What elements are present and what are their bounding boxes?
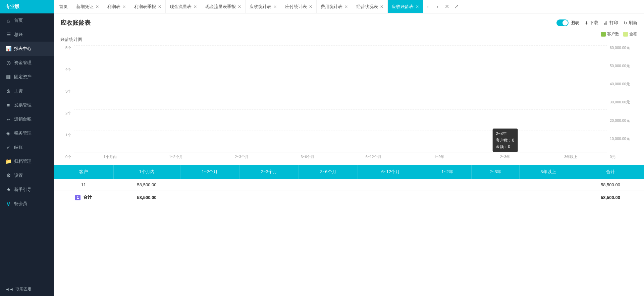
tab-fullscreen-btn[interactable]: ⤢ (451, 2, 461, 11)
sidebar-item-archive[interactable]: 📁 归档管理 (0, 154, 54, 168)
sidebar-item-report-label: 报表中心 (14, 46, 32, 52)
cell-total-month2 (180, 191, 239, 204)
tab-ap-stats[interactable]: 应付统计表 ✕ (281, 0, 317, 13)
tab-home[interactable]: 首页 (55, 0, 72, 13)
sidebar-item-settlement[interactable]: ✓ 结账 (0, 140, 54, 154)
membership-icon: V (5, 201, 11, 207)
legend-customer-count: 客户数 (601, 31, 619, 37)
x-label-4: 3~6个月 (275, 152, 340, 159)
tab-ar-aging-close[interactable]: ✕ (416, 4, 419, 9)
sidebar-item-guide[interactable]: ★ 新手引导 (0, 183, 54, 197)
table-row: 11 58,500.00 58,500.00 (54, 179, 644, 191)
tab-expense-stats[interactable]: 费用统计表 ✕ (317, 0, 352, 13)
sidebar-item-fund-label: 资金管理 (14, 60, 32, 66)
download-button[interactable]: ⬇ 下载 (585, 20, 598, 26)
refresh-button[interactable]: ↻ 刷新 (624, 20, 637, 26)
col-header-month6: 1~2年 (423, 165, 471, 179)
tab-profit[interactable]: 利润表 ✕ (103, 0, 130, 13)
tab-profit-quarterly-close[interactable]: ✕ (158, 4, 161, 9)
sidebar-item-settings[interactable]: ⚙ 设置 (0, 168, 54, 183)
x-axis: 1个月内 1~2个月 2~3个月 3~6个月 6~12个月 1~2年 2~3年 … (74, 152, 607, 159)
tax-icon: ◈ (5, 130, 11, 136)
app-logo: 专业版 (0, 0, 54, 13)
sidebar-item-tax[interactable]: ◈ 税务管理 (0, 126, 54, 140)
col-header-month8: 3年以上 (520, 165, 577, 179)
tab-new-voucher[interactable]: 新增凭证 ✕ (72, 0, 103, 13)
tab-prev-btn[interactable]: ‹ (423, 2, 433, 11)
tab-bar: 首页 新增凭证 ✕ 利润表 ✕ 利润表季报 ✕ 现金流量表 ✕ 现金流量表季报 … (54, 0, 644, 13)
tab-ap-stats-close[interactable]: ✕ (309, 4, 312, 9)
chart-toggle-wrap: 图表 (556, 19, 579, 26)
tab-next-btn[interactable]: › (433, 2, 442, 11)
tab-close-all-btn[interactable]: ✕ (442, 2, 451, 11)
print-button[interactable]: 🖨 打印 (604, 20, 618, 26)
tab-ar-stats-close[interactable]: ✕ (273, 4, 277, 9)
cell-month2 (180, 179, 239, 191)
assets-icon: ▦ (5, 74, 11, 80)
tab-cashflow[interactable]: 现金流量表 ✕ (166, 0, 201, 13)
sidebar-item-assets-label: 固定资产 (14, 74, 32, 80)
tab-profit-label: 利润表 (107, 4, 120, 10)
sidebar-item-fund-management[interactable]: ◎ 资金管理 (0, 56, 54, 70)
y-axis-left: 5个 4个 3个 2个 1个 0个 (60, 45, 74, 159)
sidebar-item-home-label: 首页 (14, 17, 23, 23)
sidebar-item-payroll[interactable]: $ 工资 (0, 84, 54, 98)
sidebar-item-fixed-assets[interactable]: ▦ 固定资产 (0, 70, 54, 84)
tab-profit-quarterly[interactable]: 利润表季报 ✕ (130, 0, 166, 13)
tab-ar-aging[interactable]: 应收账龄表 ✕ (388, 0, 423, 13)
tab-ar-stats[interactable]: 应收统计表 ✕ (246, 0, 281, 13)
tab-expense-stats-label: 费用统计表 (321, 4, 342, 10)
tab-ap-stats-label: 应付统计表 (285, 4, 307, 10)
cell-total-month3 (239, 191, 299, 204)
cell-total-total: 58,500.00 (577, 191, 644, 204)
tab-cashflow-quarterly[interactable]: 现金流量表季报 ✕ (201, 0, 246, 13)
col-header-month3: 2~3个月 (239, 165, 299, 179)
tab-cashflow-close[interactable]: ✕ (194, 4, 197, 9)
sidebar-item-purchase-sales[interactable]: ↔ 进销台账 (0, 112, 54, 126)
tab-profit-close[interactable]: ✕ (122, 4, 126, 9)
main-content: 首页 新增凭证 ✕ 利润表 ✕ 利润表季报 ✕ 现金流量表 ✕ 现金流量表季报 … (54, 0, 644, 296)
bars-group: 2~3年 客户数：0 金额：0 (74, 45, 607, 152)
cell-customer: 11 (54, 179, 113, 191)
chart-title: 账龄统计图 (60, 37, 637, 43)
sidebar: 专业版 ⌂ 首页 ☰ 总账 📊 报表中心 ◎ 资金管理 ▦ 固定资产 $ 工资 … (0, 0, 54, 296)
legend-amount-label: 金额 (629, 31, 637, 37)
download-icon: ⬇ (585, 20, 588, 26)
col-header-month2: 1~2个月 (180, 165, 239, 179)
chart-with-axes: 5个 4个 3个 2个 1个 0个 (60, 45, 637, 159)
chart-toggle[interactable] (556, 19, 569, 26)
tab-new-voucher-close[interactable]: ✕ (96, 4, 99, 9)
sidebar-item-report-center[interactable]: 📊 报表中心 (0, 42, 54, 56)
legend-customer-dot (601, 32, 606, 37)
sidebar-item-membership[interactable]: V 畅会员 (0, 197, 54, 211)
tab-business-status-close[interactable]: ✕ (380, 4, 383, 9)
cell-total-month1: 58,500.00 (113, 191, 180, 204)
tab-expense-stats-close[interactable]: ✕ (344, 4, 348, 9)
sidebar-item-home[interactable]: ⌂ 首页 (0, 13, 54, 28)
sidebar-item-membership-label: 畅会员 (14, 201, 27, 207)
sidebar-item-guide-label: 新手引导 (14, 187, 32, 193)
chart-legend: 客户数 金额 (601, 31, 637, 37)
tab-cashflow-quarterly-close[interactable]: ✕ (238, 4, 241, 9)
sidebar-item-invoice[interactable]: ≡ 发票管理 (0, 98, 54, 112)
purchase-icon: ↔ (5, 116, 11, 122)
pin-icon: ◄◄ (5, 287, 13, 292)
tab-new-voucher-label: 新增凭证 (76, 4, 94, 10)
sidebar-pin-toggle[interactable]: ◄◄ 取消固定 (0, 282, 54, 296)
archive-icon: 📁 (5, 158, 11, 164)
chart-plot: 2~3年 客户数：0 金额：0 (74, 45, 607, 152)
x-label-5: 6~12个月 (340, 152, 406, 159)
chart-tooltip: 2~3年 客户数：0 金额：0 (492, 129, 518, 152)
tab-business-status[interactable]: 经营状况表 ✕ (352, 0, 388, 13)
sidebar-item-invoice-label: 发票管理 (14, 102, 32, 108)
legend-customer-label: 客户数 (607, 31, 619, 37)
settlement-icon: ✓ (5, 144, 11, 150)
home-icon: ⌂ (5, 18, 11, 23)
cell-total-month7 (471, 191, 519, 204)
print-icon: 🖨 (604, 20, 608, 26)
tab-profit-quarterly-label: 利润表季报 (134, 4, 156, 10)
sidebar-item-general-ledger[interactable]: ☰ 总账 (0, 28, 54, 42)
table-header-row: 客户 1个月内 1~2个月 2~3个月 3~6个月 6~12个月 1~2年 2~… (54, 165, 644, 179)
sidebar-bottom-label: 取消固定 (15, 286, 32, 292)
guide-icon: ★ (5, 187, 11, 193)
